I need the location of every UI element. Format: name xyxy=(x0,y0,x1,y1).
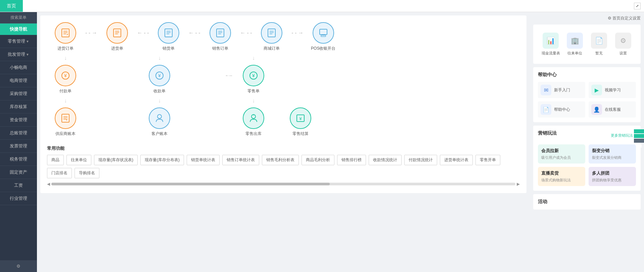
sidebar-item-inventory[interactable]: 库存核算 xyxy=(0,100,37,114)
quick-nav-card: 进货订单 - - → 进货单 - - → xyxy=(40,15,526,193)
marketing-item-desc: 拼团购物享受优惠 xyxy=(592,178,633,183)
sidebar-item-assets[interactable]: 固定资产 xyxy=(0,166,37,179)
float-btn-community[interactable]: 服务社区 xyxy=(634,134,644,138)
arrow-down-mall: ↓ xyxy=(235,55,272,61)
func-button[interactable]: 付款情况统计 xyxy=(404,155,437,165)
func-button[interactable]: 往来单位 xyxy=(66,155,91,165)
float-btn-customer-service[interactable]: 客服热线 xyxy=(634,129,644,133)
marketing-item[interactable]: 多人拼团拼团购物享受优惠 xyxy=(589,167,636,186)
main-layout: 搜索菜单 快捷导航 零售管理▼ 批发管理▼ 小畅电商 电商管理 采购管理 库存核… xyxy=(0,12,644,272)
scroll-track[interactable] xyxy=(51,183,515,185)
marketing-more[interactable]: 更多营销玩法 > xyxy=(611,133,636,138)
node-sales-order[interactable]: 销售订单 xyxy=(202,22,239,51)
arrow-sales-order-to-bill: - - → xyxy=(188,30,200,44)
help-item[interactable]: ✉新手入门 xyxy=(538,82,585,98)
sidebar-nav-label: 快捷导航 xyxy=(0,24,37,35)
func-button[interactable]: 商品 xyxy=(47,155,64,165)
func-button[interactable]: 收款情况统计 xyxy=(369,155,402,165)
svg-rect-21 xyxy=(321,35,326,37)
sidebar-item-finance[interactable]: 资金管理 xyxy=(0,114,37,127)
node-supplier-account[interactable]: 供应商账本 xyxy=(47,107,84,137)
activity-title: 活动 xyxy=(538,199,636,205)
svg-text:¥: ¥ xyxy=(158,73,161,78)
scroll-right[interactable]: ▶ xyxy=(517,182,520,186)
tab-home[interactable]: 首页 xyxy=(0,0,23,12)
func-button[interactable]: 销售排行榜 xyxy=(337,155,366,165)
quick-icon-item[interactable]: 🏢往来单位 xyxy=(565,33,584,56)
func-button[interactable]: 导购排名 xyxy=(75,168,99,178)
quick-icons-card: 📊现金流量表🏢往来单位📄暂无⚙设置 xyxy=(533,25,641,64)
customize-header[interactable]: ⚙ 首页自定义设置 xyxy=(533,15,641,21)
scroll-bar[interactable]: ◀ ▶ xyxy=(47,182,520,186)
top-bar-right: ⤢ xyxy=(634,3,644,9)
scroll-thumb xyxy=(51,183,330,185)
circle-retail-out xyxy=(243,107,264,129)
marketing-card: 营销玩法 更多营销玩法 > 会员拉新吸引用户成为会员裂变分销裂变式发展分销商直播… xyxy=(533,126,641,191)
node-customer-account[interactable]: 客户账本 xyxy=(141,107,178,137)
circle-pos-cashier xyxy=(313,22,334,44)
func-button[interactable]: 门店排名 xyxy=(47,168,72,178)
arrow-sales-bill-to-purchase: - - → xyxy=(137,30,149,44)
help-item[interactable]: 📄帮助中心 xyxy=(538,101,585,118)
node-retail-bill[interactable]: ¥ 零售单 xyxy=(235,65,272,94)
sidebar-item-purchase[interactable]: 采购管理 xyxy=(0,87,37,100)
content-area: 进货订单 - - → 进货单 - - → xyxy=(37,12,644,272)
func-button[interactable]: 销售订单统计表 xyxy=(222,155,259,165)
sidebar-item-industry[interactable]: 行业管理 xyxy=(0,192,37,205)
quick-icon-item[interactable]: 📊现金流量表 xyxy=(541,33,560,56)
node-payment-bill[interactable]: ¥ 付款单 xyxy=(47,65,84,94)
sidebar-item-retail[interactable]: 零售管理▼ xyxy=(0,35,37,48)
quick-icon-box: 🏢 xyxy=(567,33,583,49)
func-button[interactable]: 零售开单 xyxy=(475,155,500,165)
marketing-item-title: 多人拼团 xyxy=(592,170,633,176)
node-sales-bill[interactable]: 销货单 xyxy=(150,22,187,51)
sidebar-item-xiaochang[interactable]: 小畅电商 xyxy=(0,61,37,74)
svg-text:¥: ¥ xyxy=(299,116,302,121)
scroll-left[interactable]: ◀ xyxy=(47,182,50,186)
float-btn-desktop[interactable]: 桌面快捷 xyxy=(634,139,644,143)
quick-icon-label: 现金流量表 xyxy=(542,51,560,56)
quick-icon-item[interactable]: 📄暂无 xyxy=(590,33,608,56)
node-purchase-bill[interactable]: 进货单 xyxy=(99,22,136,51)
node-receipt-bill[interactable]: ¥ 收款单 xyxy=(141,65,178,94)
help-center-card: 帮助中心 ✉新手入门▶视频学习📄帮助中心👤在线客服 xyxy=(533,67,641,122)
func-button[interactable]: 现存量(库存分布表) xyxy=(140,155,184,165)
sidebar-item-ledger[interactable]: 总账管理 xyxy=(0,127,37,140)
quick-icon-item[interactable]: ⚙设置 xyxy=(614,33,633,56)
marketing-title: 营销玩法 xyxy=(538,130,557,136)
svg-rect-8 xyxy=(165,29,172,37)
arrow-down-receipt: ↓ xyxy=(141,98,178,103)
svg-rect-4 xyxy=(113,29,121,37)
node-retail-out[interactable]: 零售出库 xyxy=(235,107,272,137)
node-purchase-order[interactable]: 进货订单 xyxy=(47,22,84,51)
sidebar-search[interactable]: 搜索菜单 xyxy=(0,12,37,24)
sidebar-item-salary[interactable]: 工资 xyxy=(0,179,37,192)
fullscreen-button[interactable]: ⤢ xyxy=(634,3,641,9)
node-mall-order[interactable]: 商城订单 xyxy=(253,22,290,51)
node-pos-cashier[interactable]: POS收银开台 xyxy=(305,22,342,51)
help-center-title: 帮助中心 xyxy=(538,72,636,78)
arrow-pos-right: - - → xyxy=(291,30,304,44)
common-functions: 常用功能 商品往来单位现存量(库存状况表)现存量(库存分布表)销货单统计表销售订… xyxy=(47,145,520,178)
sidebar-item-tax[interactable]: 税务管理 xyxy=(0,153,37,166)
marketing-header: 营销玩法 更多营销玩法 > xyxy=(538,130,636,140)
arrow-down-sales-bill: ↓ xyxy=(141,55,178,61)
sidebar-item-wholesale[interactable]: 批发管理▼ xyxy=(0,48,37,61)
sidebar-item-invoice[interactable]: 发票管理 xyxy=(0,140,37,153)
help-item-label: 视频学习 xyxy=(605,87,621,93)
help-item[interactable]: ▶视频学习 xyxy=(589,82,636,98)
help-grid: ✉新手入门▶视频学习📄帮助中心👤在线客服 xyxy=(538,82,636,118)
func-button[interactable]: 进货单统计表 xyxy=(440,155,473,165)
func-button[interactable]: 销货单统计表 xyxy=(187,155,220,165)
sidebar-item-ecommerce[interactable]: 电商管理 xyxy=(0,74,37,87)
marketing-item[interactable]: 裂变分销裂变式发展分销商 xyxy=(589,144,636,164)
func-button[interactable]: 销售毛利分析表 xyxy=(262,155,299,165)
marketing-item[interactable]: 会员拉新吸引用户成为会员 xyxy=(538,144,585,164)
circle-sales-bill xyxy=(158,22,179,44)
marketing-item[interactable]: 直播卖货场景式购物新玩法 xyxy=(538,167,585,186)
func-button[interactable]: 现存量(库存状况表) xyxy=(94,155,138,165)
node-retail-settle[interactable]: ¥ 零售结算 xyxy=(282,107,319,137)
sidebar-settings[interactable]: ⚙ xyxy=(0,260,37,272)
help-item[interactable]: 👤在线客服 xyxy=(589,101,636,118)
func-button[interactable]: 商品毛利分析 xyxy=(302,155,334,165)
